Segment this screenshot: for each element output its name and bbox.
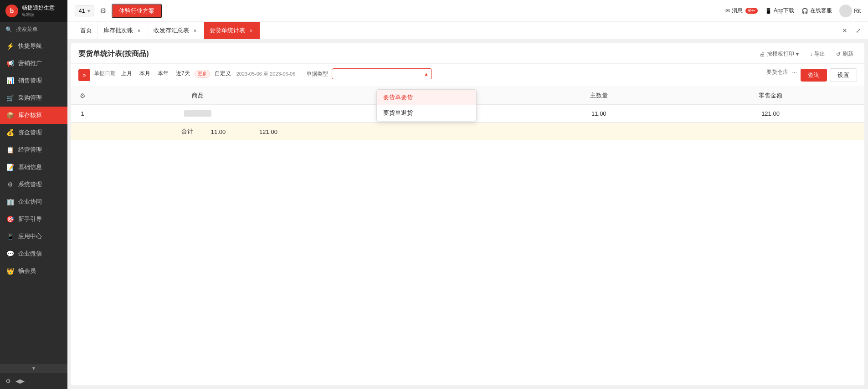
sidebar-item-app-center[interactable]: 📱 应用中心 xyxy=(0,228,67,245)
online-service-button[interactable]: 🎧 在线客服 xyxy=(801,7,832,15)
row-index: 1 xyxy=(71,105,94,123)
topbar: 41 ▾ ⚙ 体验行业方案 ✉ 消息 99+ 📱 App下载 🎧 在线客服 R xyxy=(67,0,868,22)
row-quantity: 11.00 xyxy=(521,105,677,123)
logo-text: 畅捷通好生意 标准版 xyxy=(22,4,55,18)
type-filter-group: 单据类型 ▲ xyxy=(306,68,432,79)
col-settings: ⚙ xyxy=(71,87,94,105)
date-range-display: 2023-05-06 至 2023-06-06 xyxy=(236,71,296,77)
sidebar-nav: ⚡ 快捷导航 📢 营销推广 📊 销售管理 🛒 采购管理 📦 库存核算 💰 资金管… xyxy=(0,37,67,364)
refresh-icon: ↺ xyxy=(836,51,841,57)
marketing-icon: 📢 xyxy=(5,60,15,67)
app-logo: b 畅捷通好生意 标准版 xyxy=(0,0,67,22)
dropdown-item-order-return[interactable]: 要货单退货 xyxy=(377,105,476,121)
sidebar-item-sales[interactable]: 📊 销售管理 xyxy=(0,72,67,89)
sidebar-search[interactable]: 🔍 搜索菜单 xyxy=(0,22,67,37)
col-product: 商品 xyxy=(94,87,301,105)
footer-values: 11.00 121.00 xyxy=(193,128,293,135)
sidebar-item-inventory[interactable]: 📦 库存核算 xyxy=(0,107,67,124)
footer-label: 合计 xyxy=(77,128,193,136)
footer-quantity: 11.00 xyxy=(193,128,243,135)
export-icon: ↓ xyxy=(810,51,812,57)
this-month-btn[interactable]: 本月 xyxy=(137,68,153,79)
dropdown-item-order-goods[interactable]: 要货单要货 xyxy=(377,90,476,105)
print-button[interactable]: 🖨 按模板打印 ▾ xyxy=(756,48,802,60)
filter-buttons: 查询 设置 xyxy=(801,68,857,82)
close-collect-summary-tab[interactable]: × xyxy=(192,27,198,34)
topbar-left: 41 ▾ ⚙ 体验行业方案 xyxy=(75,4,725,18)
sidebar-item-finance[interactable]: 💰 资金管理 xyxy=(0,124,67,141)
col-settings-icon[interactable]: ⚙ xyxy=(80,92,86,99)
type-select-input[interactable] xyxy=(332,68,432,79)
tab-order-summary[interactable]: 要货单统计表 × xyxy=(204,22,260,39)
topbar-right: ✉ 消息 99+ 📱 App下载 🎧 在线客服 Rit xyxy=(725,5,861,17)
sidebar-scroll-down[interactable]: ▼ xyxy=(0,364,67,373)
close-inventory-batch-tab[interactable]: × xyxy=(136,27,142,34)
type-dropdown-menu: 要货单要货 要货单退货 xyxy=(376,89,477,121)
this-year-btn[interactable]: 本年 xyxy=(155,68,171,79)
system-icon: ⚙ xyxy=(5,181,15,188)
user-profile[interactable]: Rit xyxy=(839,5,861,17)
warehouse-filter-group: 要货仓库 ··· xyxy=(766,68,797,76)
col-quantity: 主数量 xyxy=(521,87,677,105)
type-select-wrapper: ▲ xyxy=(332,68,432,79)
sidebar-item-operation[interactable]: 📋 经营管理 xyxy=(0,141,67,159)
inventory-icon: 📦 xyxy=(5,112,15,119)
promo-button[interactable]: 体验行业方案 xyxy=(112,4,162,18)
service-icon: 🎧 xyxy=(801,8,808,14)
collapse-sidebar-icon[interactable]: ◀▶ xyxy=(15,378,25,384)
page-actions: 🖨 按模板打印 ▾ ↓ 导出 ↺ 刷新 xyxy=(756,48,857,60)
sidebar-bottom: ⚙ ◀▶ xyxy=(0,373,67,389)
settings-icon[interactable]: ⚙ xyxy=(5,378,11,384)
last-7-days-btn[interactable]: 近7天 xyxy=(173,68,193,79)
finance-icon: 💰 xyxy=(5,129,15,136)
sidebar-item-quick-nav[interactable]: ⚡ 快捷导航 xyxy=(0,37,67,55)
tabbar: 首页 库存批次账 × 收发存汇总表 × 要货单统计表 × ✕ ⤢ xyxy=(67,22,868,39)
custom-date-btn[interactable]: 自定义 xyxy=(212,68,234,79)
message-button[interactable]: ✉ 消息 99+ xyxy=(725,7,758,15)
footer-amount: 121.00 xyxy=(243,128,293,135)
main-area: 41 ▾ ⚙ 体验行业方案 ✉ 消息 99+ 📱 App下载 🎧 在线客服 R xyxy=(67,0,868,389)
more-dates-tag[interactable]: 更多 xyxy=(195,70,210,78)
purchase-icon: 🛒 xyxy=(5,94,15,102)
close-order-summary-tab[interactable]: × xyxy=(248,27,254,34)
tab-collect-summary[interactable]: 收发存汇总表 × xyxy=(148,22,204,39)
tab-inventory-batch[interactable]: 库存批次账 × xyxy=(98,22,148,39)
query-button[interactable]: 查询 xyxy=(801,69,827,82)
refresh-button[interactable]: ↺ 刷新 xyxy=(832,48,857,60)
table-footer: 合计 11.00 121.00 xyxy=(71,123,864,140)
sidebar-item-basic[interactable]: 📝 基础信息 xyxy=(0,159,67,176)
chevron-down-icon: ▾ xyxy=(87,8,90,14)
export-button[interactable]: ↓ 导出 xyxy=(806,48,829,60)
enterprise-icon: 🏢 xyxy=(5,198,15,205)
filter-expand-button[interactable]: » xyxy=(78,69,90,81)
logo-icon: b xyxy=(5,5,18,17)
sidebar: b 畅捷通好生意 标准版 🔍 搜索菜单 ⚡ 快捷导航 📢 营销推广 📊 销售管理… xyxy=(0,0,67,389)
page-content: 要货单统计表(按商品) 🖨 按模板打印 ▾ ↓ 导出 ↺ 刷新 » xyxy=(71,43,864,385)
page-title: 要货单统计表(按商品) xyxy=(78,49,149,59)
sidebar-item-marketing[interactable]: 📢 营销推广 xyxy=(0,55,67,72)
filter-bar: » 单据日期 上月 本月 本年 近7天 更多 自定义 2023-05-06 至 … xyxy=(71,64,864,87)
app-download-button[interactable]: 📱 App下载 xyxy=(765,7,794,15)
sidebar-item-member[interactable]: 👑 畅会员 xyxy=(0,262,67,280)
row-product xyxy=(94,105,301,123)
warehouse-more-icon[interactable]: ··· xyxy=(792,69,797,76)
store-selector[interactable]: 41 ▾ xyxy=(75,5,94,16)
basic-icon: 📝 xyxy=(5,164,15,171)
quick-nav-icon: ⚡ xyxy=(5,42,15,50)
last-month-btn[interactable]: 上月 xyxy=(118,68,135,79)
topbar-gear-icon[interactable]: ⚙ xyxy=(100,6,106,15)
sidebar-item-wechat[interactable]: 💬 企业微信 xyxy=(0,245,67,262)
settings-button[interactable]: 设置 xyxy=(830,68,857,82)
restore-tab-button[interactable]: ⤢ xyxy=(853,25,864,36)
tab-home[interactable]: 首页 xyxy=(75,22,98,39)
sidebar-item-purchase[interactable]: 🛒 采购管理 xyxy=(0,89,67,107)
sidebar-item-guide[interactable]: 🎯 新手引导 xyxy=(0,210,67,228)
wechat-icon: 💬 xyxy=(5,250,15,257)
close-all-tabs-button[interactable]: ✕ xyxy=(839,25,851,36)
sidebar-item-system[interactable]: ⚙ 系统管理 xyxy=(0,176,67,193)
print-dropdown-icon: ▾ xyxy=(796,51,799,57)
sidebar-item-enterprise[interactable]: 🏢 企业协同 xyxy=(0,193,67,210)
sales-icon: 📊 xyxy=(5,77,15,84)
date-filter-group: 单据日期 上月 本月 本年 近7天 更多 自定义 2023-05-06 至 20… xyxy=(94,68,295,79)
page-header: 要货单统计表(按商品) 🖨 按模板打印 ▾ ↓ 导出 ↺ 刷新 xyxy=(71,43,864,64)
